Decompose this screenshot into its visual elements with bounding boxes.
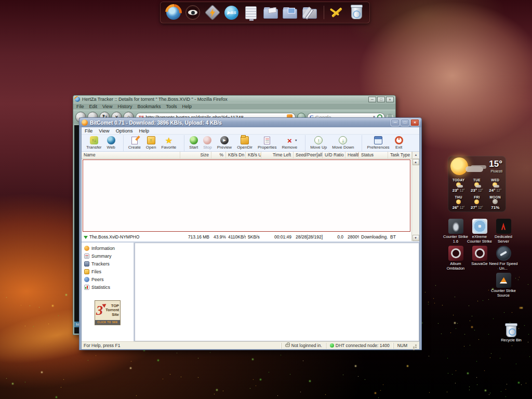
column-header-kb-s-dn[interactable]: KB/s Dn [226, 152, 246, 158]
menu-help[interactable]: Help [139, 128, 149, 134]
detail-panel: InformationSummaryTrackersFilesPeersStat… [82, 243, 419, 341]
recycle-bin-icon[interactable]: Recycle Bin [495, 324, 528, 343]
toolbar-move-up-button[interactable]: ↑Move Up [305, 135, 329, 151]
column-header-health[interactable]: Health [345, 152, 359, 158]
toolbar-start-button[interactable]: Start [184, 135, 201, 151]
firefox-dock-icon[interactable] [165, 3, 182, 22]
task-row[interactable]: The.Boss.XviD-NYMPHO713.16 MB43.9%4110KB… [82, 233, 411, 241]
desktop-icon-counter-strike-1-6[interactable]: Counter Strike 1.6 [444, 219, 468, 246]
desktop-icon-sauvage[interactable]: SauvaGe [468, 246, 491, 273]
sidebar-item-peers[interactable]: Peers [82, 275, 134, 283]
desktop-icon-need-for-speed-un[interactable]: Need For Speed Un... [491, 246, 515, 273]
column-header-time-left[interactable]: Time Left [261, 152, 294, 158]
toolbar-transfer-button[interactable]: ↑↓Transfer [84, 135, 104, 151]
menu-view[interactable]: View [99, 128, 109, 134]
toolbar-label: Stop [203, 145, 211, 150]
sidebar-item-files[interactable]: Files [82, 268, 134, 275]
column-header-status[interactable]: Status [359, 152, 388, 158]
trash-icon [351, 6, 362, 19]
sidebar-item-label: Information [91, 246, 115, 251]
toolbar-opendir-button[interactable]: OpenDir [234, 135, 255, 151]
menu-help[interactable]: Help [182, 104, 192, 109]
toolbar-label: Preview [217, 145, 232, 150]
winamp-icon [204, 4, 220, 20]
minimize-button[interactable]: ─ [368, 97, 376, 102]
top-torrent-site-banner[interactable]: 3 TOP Torrent Site CLICK TO SEE [95, 300, 121, 325]
tools-folder-dock-icon[interactable] [301, 3, 318, 22]
column-header-u-d-ratio[interactable]: U/D Ratio [323, 152, 345, 158]
toolbar-create-button[interactable]: Create [123, 135, 143, 151]
notes-monitor-dock-icon[interactable] [243, 3, 260, 22]
task-list-column-headers: NameSize%KB/s DnKB/s UpTime LeftSeed/Pee… [82, 152, 419, 159]
toolbar-label: Preferences [367, 145, 389, 150]
sidebar-item-statistics[interactable]: Statistics [82, 283, 134, 291]
maximize-button[interactable]: □ [377, 97, 385, 102]
weather-widget[interactable]: 15° Ploiesti TODAY23°12°TUE23°12°WED24°1… [448, 156, 506, 212]
desktop-icon-album-ombladon[interactable]: Album Ombladon [444, 246, 468, 273]
menu-file[interactable]: File [85, 128, 92, 134]
menu-edit[interactable]: Edit [89, 104, 98, 109]
resize-grip[interactable] [411, 342, 417, 349]
toolbar-move-down-button[interactable]: ↓Move Down [329, 135, 356, 151]
sidebar-item-information[interactable]: Information [82, 244, 134, 252]
pictures-folder-dock-icon[interactable] [281, 3, 298, 22]
firefox-titlebar[interactable]: HertZa Tracker :: Details for torrent " … [73, 96, 395, 103]
sidebar-item-summary[interactable]: Summary [82, 252, 134, 260]
toolbar-label: Properties [258, 145, 276, 150]
documents-folder-dock-icon[interactable] [262, 3, 279, 22]
toolbar-preview-button[interactable]: ▶Preview [215, 135, 234, 151]
maximize-button[interactable]: □ [401, 119, 409, 126]
toolbar-open-button[interactable]: Open [143, 135, 159, 151]
task-cell-task_type: BT [388, 234, 411, 240]
utility-dock-icon[interactable] [328, 3, 345, 22]
forecast-moon: MOON71% [486, 193, 504, 211]
toolbar-remove-button[interactable]: ×Remove [279, 135, 300, 151]
menu-file[interactable]: File [76, 104, 84, 109]
scroll-down-icon[interactable]: ▼ [413, 235, 419, 241]
toolbar-label: Open [146, 145, 156, 150]
desktop-icon-extreme-counter-strike[interactable]: eXtreme Counter Strike [468, 219, 491, 246]
toolbar-label: Remove [282, 145, 297, 150]
toolbar-favorite-button[interactable]: ★Favorite [158, 135, 179, 151]
menu-options[interactable]: Options [116, 128, 133, 134]
banner-click-button[interactable]: CLICK TO SEE [95, 320, 120, 325]
desktop-icon-counter-strike-source[interactable]: Counter Strike Source [491, 273, 515, 300]
menu-tools[interactable]: Tools [166, 104, 177, 109]
sun-icon [473, 200, 481, 205]
transfer-icon: ↑↓ [90, 136, 98, 144]
toolbar-label: Transfer [86, 145, 102, 150]
column-header-name[interactable]: Name [82, 152, 180, 158]
header-scroll-arrow-icon[interactable]: ▲ [412, 152, 419, 158]
detail-content-pane [135, 243, 419, 341]
menu-view[interactable]: View [102, 104, 112, 109]
toolbar-web-button[interactable]: Web [104, 135, 118, 151]
toolbar-properties-button[interactable]: Properties [255, 135, 279, 151]
menu-history[interactable]: History [117, 104, 132, 109]
forecast-low: 12° [460, 189, 465, 192]
winamp-dock-icon[interactable] [204, 3, 221, 22]
column-header-[interactable]: % [211, 152, 226, 158]
column-header-kb-s-up[interactable]: KB/s Up [246, 152, 261, 158]
column-header-size[interactable]: Size [180, 152, 211, 158]
sidebar-item-trackers[interactable]: Trackers [82, 260, 134, 268]
bsplayer-dock-icon[interactable]: ▶BS [223, 3, 240, 22]
desktop-icon-dedicated-server[interactable]: Dedicated Server [491, 219, 515, 246]
menu-bookmarks[interactable]: Bookmarks [137, 104, 161, 109]
bsplayer-icon: ▶BS [224, 6, 238, 20]
minimize-button[interactable]: ─ [391, 119, 400, 126]
toolbar-exit-button[interactable]: Exit [392, 135, 406, 151]
trash-dock-icon[interactable] [348, 3, 365, 22]
bitcomet-titlebar[interactable]: BitComet 0.71 - Download: 3896 KB/s, Upl… [79, 118, 421, 127]
column-header-task-type[interactable]: Task Type [388, 152, 412, 158]
task-list[interactable]: The.Boss.XviD-NYMPHO713.16 MB43.9%4110KB… [82, 159, 419, 241]
close-button[interactable]: × [410, 119, 419, 126]
toolbar-preferences-button[interactable]: Preferences [362, 135, 392, 151]
start-icon [190, 136, 198, 144]
image-viewer-eye-dock-icon[interactable] [184, 3, 201, 22]
scroll-up-icon[interactable]: ▲ [413, 159, 419, 165]
task-list-scrollbar[interactable]: ▲ ▼ [411, 159, 419, 241]
close-button[interactable]: × [386, 97, 394, 102]
column-header-seed-peer-all[interactable]: Seed/Peer[all] [294, 152, 323, 158]
toolbar-stop-button: Stop [201, 135, 214, 151]
trash-can-icon [506, 324, 516, 337]
